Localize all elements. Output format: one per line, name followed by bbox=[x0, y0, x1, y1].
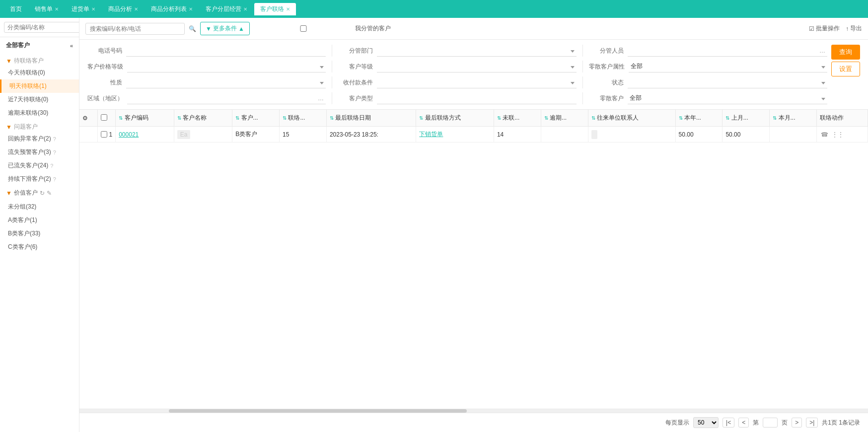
settings-icon[interactable]: ⚙ bbox=[82, 115, 88, 122]
top-actions: ☑ 批量操作 ↑ 导出 bbox=[809, 24, 862, 33]
category-search-input[interactable] bbox=[4, 22, 79, 33]
nature-select[interactable] bbox=[126, 76, 326, 88]
sidebar-item-7days[interactable]: 近7天待联络(0) bbox=[0, 93, 79, 106]
close-icon[interactable]: ✕ bbox=[189, 6, 193, 12]
action-more-icon[interactable]: ⋮⋮ bbox=[832, 131, 844, 138]
sort-icon[interactable]: ⇅ bbox=[497, 115, 501, 121]
page-input[interactable]: 1 bbox=[763, 418, 778, 428]
sidebar-item-tomorrow[interactable]: 明天待联络(1) bbox=[0, 79, 79, 93]
help-icon[interactable]: ? bbox=[53, 136, 56, 142]
sidebar-item-class-b[interactable]: B类客户(33) bbox=[0, 227, 79, 240]
filter-actions: 查询 设置 bbox=[831, 45, 860, 104]
prev-page-btn[interactable]: < bbox=[738, 418, 749, 428]
top-navigation: 首页 销售单 ✕ 进货单 ✕ 商品分析 ✕ 商品分析列表 ✕ 客户分层经营 ✕ … bbox=[0, 0, 868, 18]
search-input[interactable] bbox=[85, 23, 185, 35]
nav-customer-stratification[interactable]: 客户分层经营 ✕ bbox=[200, 3, 253, 15]
phone-input[interactable] bbox=[126, 45, 326, 57]
row-level: B类客户 bbox=[232, 127, 280, 143]
sort-icon[interactable]: ⇅ bbox=[177, 115, 181, 121]
sidebar-item-declining[interactable]: 持续下滑客户(2) ? bbox=[0, 172, 79, 186]
col-code: ⇅ 客户编码 bbox=[116, 110, 174, 127]
sort-icon[interactable]: ⇅ bbox=[283, 115, 287, 121]
row-checkbox[interactable] bbox=[101, 131, 107, 138]
scrollbar-thumb[interactable] bbox=[169, 409, 467, 413]
batch-operation-btn[interactable]: ☑ 批量操作 bbox=[809, 24, 840, 33]
first-page-btn[interactable]: |< bbox=[723, 418, 734, 428]
customer-type-select[interactable] bbox=[377, 92, 577, 104]
action-phone-icon[interactable]: ☎ bbox=[821, 131, 828, 138]
filter-region: 区域（地区） … bbox=[87, 92, 326, 104]
close-icon[interactable]: ✕ bbox=[91, 6, 95, 12]
price-level-label: 客户价格等级 bbox=[87, 63, 123, 71]
customer-code-link[interactable]: 000021 bbox=[119, 131, 139, 138]
close-icon[interactable]: ✕ bbox=[243, 6, 247, 12]
nav-product-analysis[interactable]: 商品分析 ✕ bbox=[102, 3, 144, 15]
filter-price-level: 客户价格等级 bbox=[87, 61, 326, 72]
row-last-method: 下销货单 bbox=[416, 127, 494, 143]
nav-product-list[interactable]: 商品分析列表 ✕ bbox=[145, 3, 199, 15]
retail-customer-select[interactable]: 全部 bbox=[628, 92, 827, 104]
query-button[interactable]: 查询 bbox=[831, 45, 860, 60]
sort-icon[interactable]: ⇅ bbox=[119, 115, 123, 121]
dept-select[interactable] bbox=[377, 45, 577, 57]
horizontal-scrollbar[interactable] bbox=[79, 409, 868, 413]
sort-icon[interactable]: ⇅ bbox=[419, 115, 423, 121]
close-icon[interactable]: ✕ bbox=[55, 6, 59, 12]
help-icon[interactable]: ? bbox=[53, 149, 56, 155]
close-icon[interactable]: ✕ bbox=[134, 6, 138, 12]
sidebar-item-class-a[interactable]: A类客户(1) bbox=[0, 214, 79, 227]
payment-select[interactable] bbox=[377, 76, 577, 88]
help-icon[interactable]: ? bbox=[53, 176, 56, 182]
all-customers-header[interactable]: 全部客户 « bbox=[0, 37, 79, 54]
more-conditions-btn[interactable]: ▼ 更多条件 ▲ bbox=[200, 22, 250, 35]
sidebar-item-class-c[interactable]: C类客户(6) bbox=[0, 240, 79, 254]
col-last-month: ⇅ 上月... bbox=[723, 110, 770, 127]
main-layout: 🔍 全部客户 « ▼ 待联络客户 今天待联络(0) 明天待联络(1) 近7天待联… bbox=[0, 18, 868, 432]
sort-icon[interactable]: ⇅ bbox=[330, 115, 334, 121]
help-icon[interactable]: ? bbox=[50, 163, 53, 169]
customer-level-select[interactable] bbox=[377, 61, 577, 72]
nav-customer-contact[interactable]: 客户联络 ✕ bbox=[254, 3, 296, 15]
sort-icon[interactable]: ⇅ bbox=[725, 115, 729, 121]
reset-button[interactable]: 设置 bbox=[831, 62, 860, 76]
manager-input[interactable]: … bbox=[628, 45, 827, 57]
refresh-icon[interactable]: ↻ bbox=[40, 190, 45, 197]
price-level-select[interactable] bbox=[127, 61, 326, 72]
page-size-select[interactable]: 50 100 bbox=[693, 417, 719, 428]
contact-method-link[interactable]: 下销货单 bbox=[419, 131, 443, 138]
nav-home[interactable]: 首页 bbox=[4, 3, 28, 15]
region-input[interactable]: … bbox=[127, 92, 326, 104]
chevron-up-icon: ▲ bbox=[238, 25, 244, 32]
col-this-year: ⇅ 本年... bbox=[675, 110, 723, 127]
last-page-btn[interactable]: >| bbox=[806, 418, 818, 428]
next-page-btn[interactable]: > bbox=[792, 418, 802, 428]
retail-attr-select[interactable]: 全部 bbox=[629, 61, 827, 72]
select-all-checkbox[interactable] bbox=[101, 114, 107, 121]
my-customers-checkbox[interactable] bbox=[254, 25, 353, 32]
sidebar-item-overdue[interactable]: 逾期未联络(30) bbox=[0, 106, 79, 120]
sort-icon[interactable]: ⇅ bbox=[773, 115, 777, 121]
sort-icon[interactable]: ⇅ bbox=[235, 115, 239, 121]
sidebar-item-today[interactable]: 今天待联络(0) bbox=[0, 66, 79, 79]
nature-label: 性质 bbox=[87, 78, 122, 87]
sidebar-item-churned[interactable]: 已流失客户(24) ? bbox=[0, 159, 79, 172]
sidebar-item-ungrouped[interactable]: 未分组(32) bbox=[0, 200, 79, 214]
sidebar: 🔍 全部客户 « ▼ 待联络客户 今天待联络(0) 明天待联络(1) 近7天待联… bbox=[0, 18, 79, 432]
close-icon[interactable]: ✕ bbox=[286, 6, 290, 12]
nav-sales[interactable]: 销售单 ✕ bbox=[29, 3, 65, 15]
sidebar-item-churn-warning[interactable]: 流失预警客户(3) ? bbox=[0, 145, 79, 159]
edit-icon[interactable]: ✎ bbox=[47, 190, 52, 197]
status-select[interactable] bbox=[628, 76, 827, 88]
sort-icon[interactable]: ⇅ bbox=[544, 115, 548, 121]
sort-icon[interactable]: ⇅ bbox=[591, 115, 595, 121]
contact-person-masked bbox=[591, 130, 597, 139]
sidebar-item-abnormal[interactable]: 回购异常客户(2) ? bbox=[0, 132, 79, 145]
filter-bar: 🔍 ▼ 更多条件 ▲ 我分管的客户 ☑ 批量操作 ↑ 导出 bbox=[79, 18, 868, 40]
search-icon[interactable]: 🔍 bbox=[189, 25, 196, 32]
col-level: ⇅ 客户... bbox=[232, 110, 280, 127]
filter-customer-level: 客户等级 bbox=[338, 61, 577, 72]
collapse-icon[interactable]: « bbox=[70, 43, 73, 49]
sort-icon[interactable]: ⇅ bbox=[679, 115, 683, 121]
export-btn[interactable]: ↑ 导出 bbox=[846, 24, 862, 33]
nav-purchase[interactable]: 进货单 ✕ bbox=[66, 3, 101, 15]
